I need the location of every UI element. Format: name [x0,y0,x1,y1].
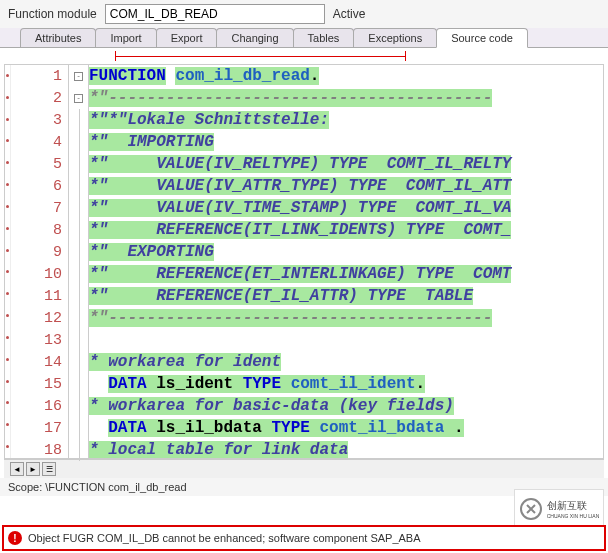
fold-cell[interactable] [69,241,88,263]
code-line[interactable]: * local table for link data [89,439,603,458]
code-line[interactable]: *" VALUE(IV_RELTYPE) TYPE COMT_IL_RELTY [89,153,603,175]
fold-cell[interactable] [69,395,88,417]
line-number: 18 [11,439,68,461]
line-number: 14 [11,351,68,373]
fold-minus-icon[interactable]: - [74,72,83,81]
line-number: 3 [11,109,68,131]
line-number: 9 [11,241,68,263]
code-line[interactable]: *" IMPORTING [89,131,603,153]
line-number: 11 [11,285,68,307]
code-line[interactable]: FUNCTION com_il_db_read. [89,65,603,87]
message-text: Object FUGR COM_IL_DB cannot be enhanced… [28,532,600,544]
line-number: 7 [11,197,68,219]
fold-cell[interactable] [69,285,88,307]
line-number: 2 [11,87,68,109]
line-number: 17 [11,417,68,439]
line-number: 12 [11,307,68,329]
fold-cell[interactable]: - [69,65,88,87]
fold-minus-icon[interactable]: - [74,94,83,103]
line-number: 13 [11,329,68,351]
fold-cell[interactable] [69,197,88,219]
fold-cell[interactable] [69,307,88,329]
tab-attributes[interactable]: Attributes [20,28,96,47]
code-line[interactable]: *" REFERENCE(ET_INTERLINKAGE) TYPE COMT [89,263,603,285]
code-line[interactable]: * workarea for ident [89,351,603,373]
code-line[interactable]: *"--------------------------------------… [89,307,603,329]
code-line[interactable]: *" EXPORTING [89,241,603,263]
code-line[interactable]: * workarea for basic-data (key fields) [89,395,603,417]
fold-cell[interactable] [69,153,88,175]
tab-import[interactable]: Import [95,28,156,47]
nav-list-button[interactable]: ☰ [42,462,56,476]
code-line[interactable]: DATA ls_ident TYPE comt_il_ident. [89,373,603,395]
fold-cell[interactable] [69,263,88,285]
code-line[interactable]: *" VALUE(IV_ATTR_TYPE) TYPE COMT_IL_ATT [89,175,603,197]
editor-bottom-controls: ◄ ► ☰ [4,459,604,478]
tab-source-code[interactable]: Source code [436,28,528,48]
line-number: 5 [11,153,68,175]
fold-column[interactable]: -- [69,65,89,458]
fold-cell[interactable] [69,109,88,131]
fold-cell[interactable] [69,175,88,197]
code-line[interactable]: *" REFERENCE(IT_LINK_IDENTS) TYPE COMT_ [89,219,603,241]
ruler-bar [0,48,608,64]
status-label: Active [333,7,366,21]
line-number: 10 [11,263,68,285]
tab-export[interactable]: Export [156,28,218,47]
tab-tables[interactable]: Tables [293,28,355,47]
line-number: 16 [11,395,68,417]
code-line[interactable]: *"--------------------------------------… [89,87,603,109]
header-row: Function module Active [0,0,608,28]
fold-cell[interactable] [69,131,88,153]
code-line[interactable]: DATA ls_il_bdata TYPE comt_il_bdata . [89,417,603,439]
code-line[interactable] [89,329,603,351]
message-bar: ! Object FUGR COM_IL_DB cannot be enhanc… [2,525,606,551]
line-number: 4 [11,131,68,153]
code-line[interactable]: *"*"Lokale Schnittstelle: [89,109,603,131]
function-module-input[interactable] [105,4,325,24]
fold-cell[interactable] [69,417,88,439]
line-number: 6 [11,175,68,197]
error-icon: ! [8,531,22,545]
fold-cell[interactable] [69,329,88,351]
tab-changing[interactable]: Changing [216,28,293,47]
code-line[interactable]: *" REFERENCE(ET_IL_ATTR) TYPE TABLE [89,285,603,307]
tabs-row: AttributesImportExportChangingTablesExce… [0,28,608,48]
line-number: 15 [11,373,68,395]
line-number: 8 [11,219,68,241]
fold-cell[interactable] [69,439,88,461]
tab-exceptions[interactable]: Exceptions [353,28,437,47]
code-line[interactable]: *" VALUE(IV_TIME_STAMP) TYPE COMT_IL_VA [89,197,603,219]
watermark-logo: 创新互联 CHUANG XIN HU LIAN [514,489,604,529]
line-number-gutter: 123456789101112131415161718 [11,65,69,458]
code-editor[interactable]: 123456789101112131415161718 -- FUNCTION … [4,64,604,459]
fold-cell[interactable] [69,373,88,395]
fold-cell[interactable]: - [69,87,88,109]
line-number: 1 [11,65,68,87]
code-content[interactable]: FUNCTION com_il_db_read.*"--------------… [89,65,603,458]
nav-prev-button[interactable]: ◄ [10,462,24,476]
fold-cell[interactable] [69,219,88,241]
nav-next-button[interactable]: ► [26,462,40,476]
function-module-label: Function module [8,7,97,21]
fold-cell[interactable] [69,351,88,373]
